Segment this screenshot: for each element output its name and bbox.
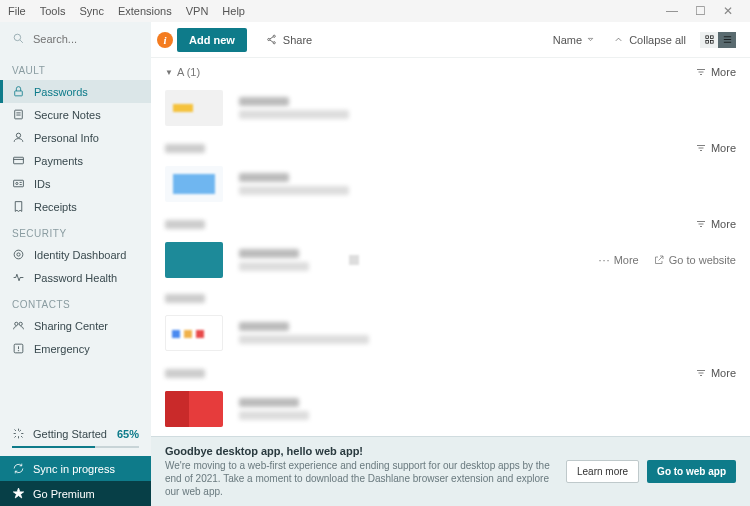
sidebar-item-passwords[interactable]: Passwords bbox=[0, 80, 151, 103]
sidebar-item-password-health[interactable]: Password Health bbox=[0, 266, 151, 289]
sidebar-item-ids[interactable]: IDs bbox=[0, 172, 151, 195]
search-input[interactable] bbox=[33, 33, 123, 45]
password-entry[interactable]: ··· More Go to website bbox=[165, 236, 736, 292]
svg-point-0 bbox=[14, 34, 21, 41]
getting-started-label: Getting Started bbox=[33, 428, 107, 440]
search-row[interactable] bbox=[0, 22, 151, 55]
entry-subtitle bbox=[239, 335, 369, 344]
group-label-blurred bbox=[165, 294, 205, 303]
svg-rect-26 bbox=[710, 36, 713, 39]
password-entry[interactable] bbox=[165, 385, 736, 441]
sidebar-item-label: Password Health bbox=[34, 272, 117, 284]
svg-line-1 bbox=[20, 40, 23, 43]
group-more[interactable]: More bbox=[695, 367, 736, 379]
filter-icon bbox=[695, 66, 707, 78]
group-more[interactable]: More bbox=[695, 142, 736, 154]
group-header[interactable]: More bbox=[165, 140, 736, 160]
password-entry[interactable] bbox=[165, 309, 736, 365]
person-icon bbox=[12, 131, 25, 144]
entry-more-button[interactable]: ··· More bbox=[598, 254, 638, 266]
svg-rect-25 bbox=[705, 36, 708, 39]
group-header[interactable]: More bbox=[165, 216, 736, 236]
group-label-blurred bbox=[165, 144, 205, 153]
sidebar: VAULT Passwords Secure Notes Personal In… bbox=[0, 22, 151, 506]
entry-title bbox=[239, 249, 299, 258]
window-maximize[interactable]: ☐ bbox=[686, 4, 714, 18]
menu-extensions[interactable]: Extensions bbox=[118, 5, 172, 17]
group-label: A (1) bbox=[177, 66, 200, 78]
share-icon bbox=[265, 33, 278, 46]
getting-started-percent: 65% bbox=[117, 428, 139, 440]
svg-point-15 bbox=[15, 322, 18, 325]
entry-subtitle bbox=[239, 110, 349, 119]
group-label-blurred bbox=[165, 220, 205, 229]
group-header[interactable] bbox=[165, 292, 736, 309]
svg-rect-27 bbox=[705, 40, 708, 43]
collapse-all-button[interactable]: Collapse all bbox=[613, 34, 686, 46]
password-entry[interactable] bbox=[165, 84, 736, 140]
view-list-button[interactable] bbox=[718, 32, 736, 48]
go-website-label: Go to website bbox=[669, 254, 736, 266]
sync-icon bbox=[12, 462, 25, 475]
entry-thumbnail bbox=[165, 315, 223, 351]
migration-banner: Goodbye desktop app, hello web app! We'r… bbox=[151, 436, 750, 506]
svg-point-21 bbox=[273, 35, 275, 37]
entry-subtitle bbox=[239, 186, 349, 195]
sidebar-item-receipts[interactable]: Receipts bbox=[0, 195, 151, 218]
go-premium[interactable]: Go Premium bbox=[0, 481, 151, 506]
window-minimize[interactable]: — bbox=[658, 4, 686, 18]
group-header[interactable]: More bbox=[165, 365, 736, 385]
entry-title bbox=[239, 173, 289, 182]
banner-title: Goodbye desktop app, hello web app! bbox=[165, 445, 552, 457]
share-button[interactable]: Share bbox=[265, 33, 312, 46]
svg-rect-3 bbox=[15, 110, 23, 119]
getting-started[interactable]: Getting Started 65% bbox=[0, 419, 151, 444]
sidebar-item-personal-info[interactable]: Personal Info bbox=[0, 126, 151, 149]
group-more[interactable]: More bbox=[695, 218, 736, 230]
info-badge[interactable]: i bbox=[157, 32, 173, 48]
sidebar-item-payments[interactable]: Payments bbox=[0, 149, 151, 172]
chevron-down-icon: ▼ bbox=[165, 68, 173, 77]
password-entry[interactable] bbox=[165, 160, 736, 216]
entry-title bbox=[239, 322, 289, 331]
more-label: More bbox=[711, 218, 736, 230]
collapse-icon bbox=[613, 34, 624, 45]
sidebar-item-sharing-center[interactable]: Sharing Center bbox=[0, 314, 151, 337]
group-more[interactable]: More bbox=[695, 66, 736, 78]
share-label: Share bbox=[283, 34, 312, 46]
sidebar-item-secure-notes[interactable]: Secure Notes bbox=[0, 103, 151, 126]
filter-icon bbox=[695, 142, 707, 154]
svg-point-10 bbox=[16, 182, 18, 184]
menu-help[interactable]: Help bbox=[222, 5, 245, 17]
group-header-a[interactable]: ▼ A (1) More bbox=[165, 64, 736, 84]
learn-more-button[interactable]: Learn more bbox=[566, 460, 639, 483]
svg-rect-9 bbox=[14, 180, 24, 187]
menu-vpn[interactable]: VPN bbox=[186, 5, 209, 17]
svg-point-20 bbox=[268, 38, 270, 40]
go-to-website-button[interactable]: Go to website bbox=[653, 254, 736, 266]
svg-point-14 bbox=[17, 253, 20, 256]
security-section-label: SECURITY bbox=[0, 218, 151, 243]
go-to-web-app-button[interactable]: Go to web app bbox=[647, 460, 736, 483]
sort-dropdown[interactable]: Name bbox=[553, 34, 595, 46]
collapse-label: Collapse all bbox=[629, 34, 686, 46]
sidebar-item-label: Personal Info bbox=[34, 132, 99, 144]
card-icon bbox=[12, 154, 25, 167]
add-new-button[interactable]: Add new bbox=[177, 28, 247, 52]
target-icon bbox=[12, 248, 25, 261]
menubar: File Tools Sync Extensions VPN Help — ☐ … bbox=[0, 0, 750, 22]
sync-status[interactable]: Sync in progress bbox=[0, 456, 151, 481]
entry-subtitle bbox=[239, 411, 309, 420]
menu-file[interactable]: File bbox=[8, 5, 26, 17]
window-close[interactable]: ✕ bbox=[714, 4, 742, 18]
sidebar-item-label: Payments bbox=[34, 155, 83, 167]
more-label: More bbox=[711, 66, 736, 78]
chevron-down-icon bbox=[586, 35, 595, 44]
view-grid-button[interactable] bbox=[700, 32, 718, 48]
sidebar-item-identity-dashboard[interactable]: Identity Dashboard bbox=[0, 243, 151, 266]
svg-point-13 bbox=[14, 250, 23, 259]
sidebar-item-emergency[interactable]: Emergency bbox=[0, 337, 151, 360]
search-icon bbox=[12, 32, 25, 45]
menu-tools[interactable]: Tools bbox=[40, 5, 66, 17]
menu-sync[interactable]: Sync bbox=[79, 5, 103, 17]
